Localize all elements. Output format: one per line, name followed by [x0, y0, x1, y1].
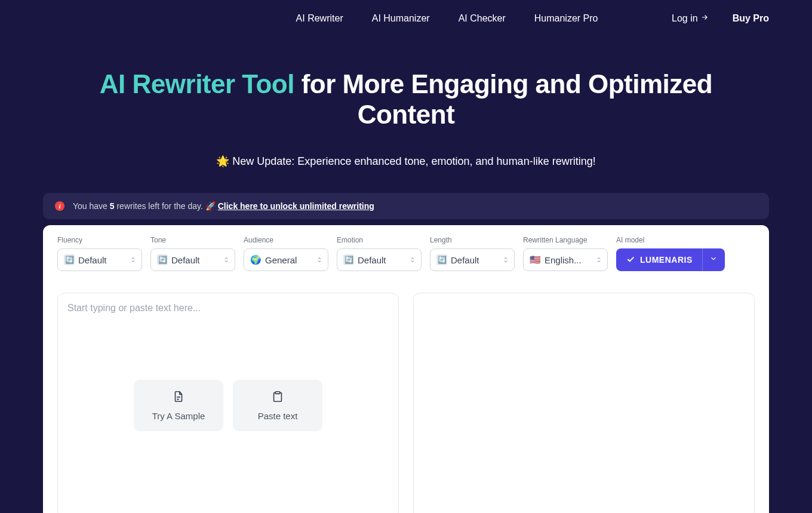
refresh-icon: 🔄: [157, 254, 168, 265]
controls-row: Fluency 🔄 Default Tone: [57, 236, 755, 271]
title-accent: AI Rewriter Tool: [100, 69, 294, 99]
length-value: Default: [451, 255, 479, 265]
ai-model-label: AI model: [616, 236, 725, 244]
page-title: AI Rewriter Tool for More Engaging and O…: [84, 69, 728, 130]
length-select[interactable]: 🔄 Default: [430, 248, 515, 271]
nav-link-humanizer[interactable]: AI Humanizer: [372, 13, 430, 24]
language-value: English...: [545, 255, 582, 265]
input-editor[interactable]: Start typing or paste text here... Try A…: [57, 293, 399, 513]
paste-text-button[interactable]: Paste text: [233, 380, 322, 431]
nav-right: Log in Buy Pro: [672, 13, 769, 24]
headline: AI Rewriter Tool for More Engaging and O…: [0, 37, 812, 130]
subhead: 🌟 New Update: Experience enhanced tone, …: [0, 155, 812, 168]
audience-value: General: [265, 255, 297, 265]
language-control: Rewritten Language 🇺🇸 English...: [523, 236, 608, 271]
ai-model-button[interactable]: LUMENARIS: [616, 248, 702, 271]
language-label: Rewritten Language: [523, 236, 608, 244]
emotion-label: Emotion: [337, 236, 422, 244]
globe-icon: 🌍: [250, 254, 262, 265]
notice-prefix: You have: [73, 201, 110, 211]
notice-text: You have 5 rewrites left for the day. 🚀 …: [73, 201, 374, 211]
chevron-updown-icon: [595, 256, 602, 263]
ai-model-button-group: LUMENARIS: [616, 248, 725, 271]
tone-control: Tone 🔄 Default: [150, 236, 235, 271]
length-control: Length 🔄 Default: [430, 236, 515, 271]
tool-panel: Fluency 🔄 Default Tone: [43, 225, 769, 513]
refresh-icon: 🔄: [343, 254, 354, 265]
paste-text-label: Paste text: [258, 411, 298, 421]
nav-link-humanizer-pro[interactable]: Humanizer Pro: [534, 13, 598, 24]
length-label: Length: [430, 236, 515, 244]
ai-model-value: LUMENARIS: [640, 255, 693, 265]
editor-row: Start typing or paste text here... Try A…: [57, 293, 755, 513]
notice-count: 5: [110, 201, 115, 211]
svg-rect-0: [275, 392, 279, 394]
chevron-updown-icon: [130, 256, 137, 263]
clipboard-icon: [271, 390, 284, 405]
language-select[interactable]: 🇺🇸 English...: [523, 248, 608, 271]
emotion-control: Emotion 🔄 Default: [337, 236, 422, 271]
document-icon: [172, 390, 185, 405]
chevron-updown-icon: [223, 256, 230, 263]
ai-model-dropdown[interactable]: [702, 248, 725, 271]
action-cards: Try A Sample Paste text: [134, 380, 322, 431]
notice-mid: rewrites left for the day. 🚀: [115, 201, 218, 211]
fluency-select[interactable]: 🔄 Default: [57, 248, 142, 271]
input-placeholder: Start typing or paste text here...: [67, 303, 201, 313]
login-label: Log in: [672, 13, 698, 24]
check-icon: [626, 254, 635, 266]
audience-select[interactable]: 🌍 General: [244, 248, 328, 271]
tone-label: Tone: [150, 236, 235, 244]
arrow-right-icon: [700, 13, 709, 24]
fluency-label: Fluency: [57, 236, 142, 244]
unlock-link[interactable]: Click here to unlock unlimited rewriting: [218, 201, 374, 211]
title-rest: for More Engaging and Optimized Content: [294, 69, 712, 129]
chevron-updown-icon: [316, 256, 323, 263]
fluency-control: Fluency 🔄 Default: [57, 236, 142, 271]
chevron-down-icon: [709, 254, 718, 265]
emotion-value: Default: [358, 255, 386, 265]
output-editor: [413, 293, 755, 513]
try-sample-label: Try A Sample: [152, 411, 205, 421]
top-nav: AI Rewriter AI Humanizer AI Checker Huma…: [0, 0, 812, 37]
emotion-select[interactable]: 🔄 Default: [337, 248, 422, 271]
nav-links: AI Rewriter AI Humanizer AI Checker Huma…: [296, 13, 598, 24]
nav-link-checker[interactable]: AI Checker: [459, 13, 506, 24]
tone-value: Default: [171, 255, 200, 265]
buy-pro-link[interactable]: Buy Pro: [733, 13, 769, 24]
tone-select[interactable]: 🔄 Default: [150, 248, 235, 271]
nav-link-rewriter[interactable]: AI Rewriter: [296, 13, 343, 24]
try-sample-button[interactable]: Try A Sample: [134, 380, 223, 431]
refresh-icon: 🔄: [64, 254, 75, 265]
flag-icon: 🇺🇸: [530, 254, 541, 265]
refresh-icon: 🔄: [436, 254, 447, 265]
chevron-updown-icon: [409, 256, 416, 263]
chevron-updown-icon: [502, 256, 509, 263]
login-link[interactable]: Log in: [672, 13, 709, 24]
info-icon: i: [55, 201, 64, 211]
usage-notice: i You have 5 rewrites left for the day. …: [43, 193, 769, 219]
ai-model-control: AI model LUMENARIS: [616, 236, 725, 271]
fluency-value: Default: [78, 255, 107, 265]
audience-label: Audience: [244, 236, 328, 244]
audience-control: Audience 🌍 General: [244, 236, 328, 271]
